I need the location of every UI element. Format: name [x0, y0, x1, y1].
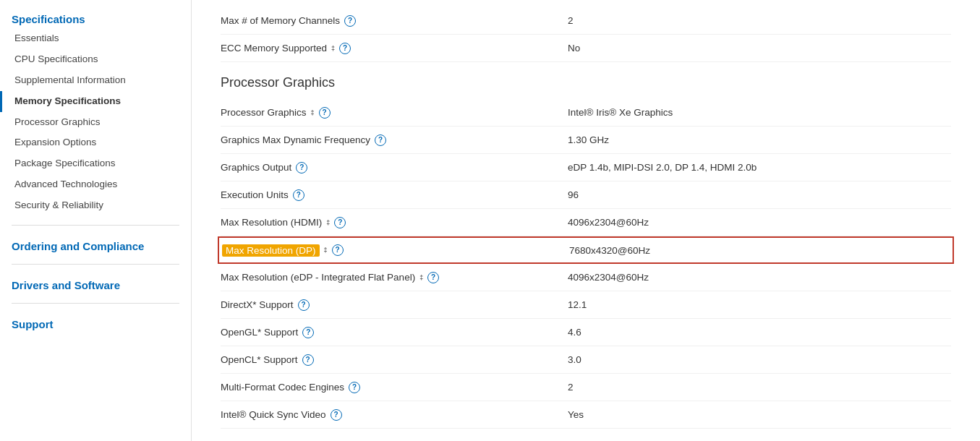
question-icon-max-res-edp[interactable]: ?: [427, 272, 439, 283]
spec-value-quick-sync: Yes: [568, 409, 951, 420]
spec-label-ecc-memory: ECC Memory Supported‡?: [221, 43, 568, 54]
question-icon-quick-sync[interactable]: ?: [331, 409, 342, 421]
sidebar-item-security-reliability[interactable]: Security & Reliability: [0, 195, 191, 216]
spec-row-max-res-edp: Max Resolution (eDP - Integrated Flat Pa…: [221, 264, 951, 291]
spec-label-text-graphics-output: Graphics Output: [221, 162, 291, 173]
spec-label-max-res-edp: Max Resolution (eDP - Integrated Flat Pa…: [221, 272, 568, 283]
sidebar-item-cpu-specs[interactable]: CPU Specifications: [0, 49, 191, 70]
spec-label-suffix-ecc-memory: ‡: [331, 45, 335, 52]
sidebar: SpecificationsEssentialsCPU Specificatio…: [0, 0, 192, 441]
question-icon-opencl-support[interactable]: ?: [302, 354, 314, 366]
spec-row-max-memory-channels: Max # of Memory Channels?2: [221, 7, 951, 35]
spec-value-opencl-support: 3.0: [568, 354, 951, 365]
spec-row-quick-sync: Intel® Quick Sync Video?Yes: [221, 401, 951, 429]
spec-label-text-max-res-edp: Max Resolution (eDP - Integrated Flat Pa…: [221, 272, 415, 283]
question-icon-opengl-support[interactable]: ?: [302, 327, 314, 338]
question-icon-execution-units[interactable]: ?: [293, 189, 304, 201]
sidebar-divider: [12, 225, 179, 226]
spec-label-execution-units: Execution Units?: [221, 189, 568, 201]
spec-value-multi-format-codec: 2: [568, 382, 951, 393]
question-icon-multi-format-codec[interactable]: ?: [349, 382, 360, 393]
sidebar-divider: [12, 303, 179, 304]
spec-label-quick-sync: Intel® Quick Sync Video?: [221, 409, 568, 421]
question-icon-ecc-memory[interactable]: ?: [339, 43, 351, 54]
question-icon-graphics-max-freq[interactable]: ?: [375, 134, 386, 146]
spec-label-suffix-processor-graphics-row: ‡: [311, 109, 315, 116]
spec-row-graphics-max-freq: Graphics Max Dynamic Frequency?1.30 GHz: [221, 127, 951, 154]
question-icon-processor-graphics-row[interactable]: ?: [319, 107, 331, 119]
question-icon-graphics-output[interactable]: ?: [296, 162, 307, 174]
spec-label-suffix-max-res-dp: ‡: [324, 247, 328, 254]
sidebar-item-advanced-technologies[interactable]: Advanced Technologies: [0, 174, 191, 195]
sidebar-header-ordering-compliance[interactable]: Ordering and Compliance: [0, 234, 191, 255]
spec-label-suffix-max-res-edp: ‡: [419, 274, 423, 281]
spec-value-graphics-max-freq: 1.30 GHz: [568, 134, 951, 145]
spec-label-text-max-memory-channels: Max # of Memory Channels: [221, 15, 340, 26]
spec-value-execution-units: 96: [568, 189, 951, 200]
question-icon-max-res-dp[interactable]: ?: [332, 244, 344, 256]
spec-row-execution-units: Execution Units?96: [221, 181, 951, 209]
spec-label-text-opencl-support: OpenCL* Support: [221, 354, 298, 365]
spec-label-graphics-output: Graphics Output?: [221, 162, 568, 174]
spec-row-max-res-dp: Max Resolution (DP)‡?7680x4320@60Hz: [218, 236, 954, 264]
spec-value-max-res-edp: 4096x2304@60Hz: [568, 272, 951, 283]
spec-label-max-res-dp: Max Resolution (DP)‡?: [222, 244, 569, 257]
spec-row-opencl-support: OpenCL* Support?3.0: [221, 346, 951, 374]
spec-row-ecc-memory: ECC Memory Supported‡?No: [221, 35, 951, 62]
spec-value-ecc-memory: No: [568, 43, 951, 53]
sidebar-item-supplemental-info[interactable]: Supplemental Information: [0, 70, 191, 91]
spec-label-text-directx-support: DirectX* Support: [221, 299, 294, 310]
sidebar-header-support[interactable]: Support: [0, 312, 191, 333]
spec-label-text-max-res-hdmi: Max Resolution (HDMI): [221, 217, 322, 228]
spec-value-max-res-hdmi: 4096x2304@60Hz: [568, 217, 951, 228]
sidebar-item-package-specs[interactable]: Package Specifications: [0, 153, 191, 174]
spec-value-directx-support: 12.1: [568, 299, 951, 310]
spec-label-text-ecc-memory: ECC Memory Supported: [221, 43, 327, 53]
main-content: Max # of Memory Channels?2ECC Memory Sup…: [192, 0, 980, 441]
spec-row-processor-graphics-row: Processor Graphics‡?Intel® Iris® Xe Grap…: [221, 99, 951, 127]
spec-label-text-multi-format-codec: Multi-Format Codec Engines: [221, 382, 344, 393]
spec-label-max-res-hdmi: Max Resolution (HDMI)‡?: [221, 217, 568, 228]
spec-label-processor-graphics-row: Processor Graphics‡?: [221, 107, 568, 119]
spec-label-text-max-res-dp: Max Resolution (DP): [222, 244, 320, 257]
sidebar-header-drivers-software[interactable]: Drivers and Software: [0, 273, 191, 294]
spec-value-text-max-res-dp: 7680x4320@60Hz: [569, 245, 650, 256]
spec-row-graphics-output: Graphics Output?eDP 1.4b, MIPI-DSI 2.0, …: [221, 154, 951, 181]
sidebar-item-expansion-options[interactable]: Expansion Options: [0, 132, 191, 153]
spec-value-processor-graphics-row: Intel® Iris® Xe Graphics: [568, 107, 951, 118]
spec-label-multi-format-codec: Multi-Format Codec Engines?: [221, 382, 568, 393]
spec-label-text-execution-units: Execution Units: [221, 189, 289, 200]
spec-value-max-memory-channels: 2: [568, 15, 951, 26]
sidebar-item-essentials[interactable]: Essentials: [0, 28, 191, 49]
spec-value-max-res-dp: 7680x4320@60Hz: [569, 245, 950, 256]
spec-label-opengl-support: OpenGL* Support?: [221, 327, 568, 338]
page-layout: SpecificationsEssentialsCPU Specificatio…: [0, 0, 980, 441]
section-title-processor-graphics: Processor Graphics: [221, 75, 951, 90]
question-icon-directx-support[interactable]: ?: [298, 299, 310, 311]
sidebar-header-specifications[interactable]: Specifications: [0, 7, 191, 28]
spec-label-text-graphics-max-freq: Graphics Max Dynamic Frequency: [221, 134, 370, 145]
spec-label-max-memory-channels: Max # of Memory Channels?: [221, 15, 568, 27]
question-icon-max-memory-channels[interactable]: ?: [344, 15, 356, 27]
sidebar-divider: [12, 264, 179, 265]
spec-label-opencl-support: OpenCL* Support?: [221, 354, 568, 366]
spec-value-opengl-support: 4.6: [568, 327, 951, 338]
spec-row-directx-support: DirectX* Support?12.1: [221, 291, 951, 319]
sidebar-item-processor-graphics[interactable]: Processor Graphics: [0, 112, 191, 133]
spec-label-suffix-max-res-hdmi: ‡: [326, 219, 330, 226]
spec-row-opengl-support: OpenGL* Support?4.6: [221, 319, 951, 346]
spec-label-graphics-max-freq: Graphics Max Dynamic Frequency?: [221, 134, 568, 146]
spec-label-text-processor-graphics-row: Processor Graphics: [221, 107, 307, 118]
sidebar-item-memory-specs[interactable]: Memory Specifications: [0, 91, 191, 112]
spec-row-max-res-hdmi: Max Resolution (HDMI)‡?4096x2304@60Hz: [221, 209, 951, 236]
spec-label-directx-support: DirectX* Support?: [221, 299, 568, 311]
question-icon-max-res-hdmi[interactable]: ?: [334, 217, 346, 228]
spec-value-graphics-output: eDP 1.4b, MIPI-DSI 2.0, DP 1.4, HDMI 2.0…: [568, 162, 951, 173]
spec-row-multi-format-codec: Multi-Format Codec Engines?2: [221, 374, 951, 401]
spec-label-text-quick-sync: Intel® Quick Sync Video: [221, 409, 326, 420]
spec-label-text-opengl-support: OpenGL* Support: [221, 327, 298, 338]
